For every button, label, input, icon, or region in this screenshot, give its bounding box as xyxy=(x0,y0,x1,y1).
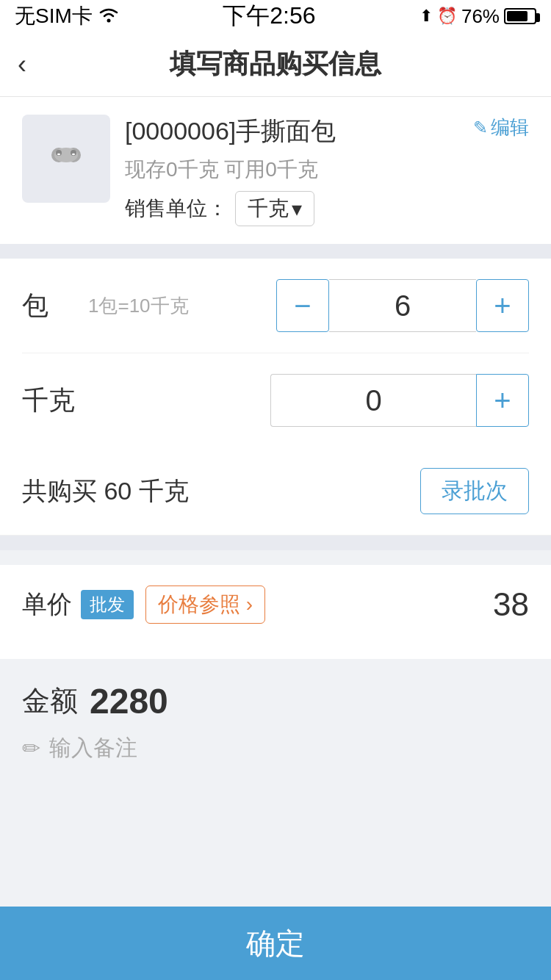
package-label: 包 xyxy=(22,288,81,324)
location-icon: ⬆ xyxy=(419,7,433,26)
product-name: [0000006]手撕面包 xyxy=(125,115,336,148)
unit-value: 千克 xyxy=(248,195,289,223)
status-carrier: 无SIM卡 xyxy=(15,2,119,30)
product-info: [0000006]手撕面包 ✎ 编辑 现存0千克 可用0千克 销售单位： 千克 … xyxy=(125,115,529,226)
remark-row[interactable]: ✏ 输入备注 xyxy=(22,733,529,763)
alarm-icon: ⏰ xyxy=(437,7,457,26)
carrier-text: 无SIM卡 xyxy=(15,2,93,30)
edit-icon: ✎ xyxy=(473,118,488,138)
price-row: 单价 批发 价格参照 › 38 xyxy=(22,586,529,624)
kilogram-row: 千克 + xyxy=(22,353,529,447)
kilogram-plus-button[interactable]: + xyxy=(476,374,529,427)
chevron-down-icon: ▾ xyxy=(292,197,302,221)
product-image xyxy=(22,115,110,203)
confirm-button[interactable]: 确定 xyxy=(0,907,551,980)
package-row: 包 1包=10千克 − + xyxy=(22,259,529,353)
package-quantity-input[interactable] xyxy=(329,279,476,332)
status-time: 下午2:56 xyxy=(223,0,315,32)
unit-label: 销售单位： xyxy=(125,195,228,223)
price-ref-button[interactable]: 价格参照 › xyxy=(145,586,265,624)
kilogram-controls: + xyxy=(270,374,529,427)
product-stock: 现存0千克 可用0千克 xyxy=(125,156,529,184)
amount-value: 2280 xyxy=(90,681,168,721)
product-unit-row: 销售单位： 千克 ▾ xyxy=(125,191,529,226)
unit-select[interactable]: 千克 ▾ xyxy=(235,191,314,226)
kilogram-quantity-input[interactable] xyxy=(270,374,476,427)
edit-label: 编辑 xyxy=(491,115,529,140)
pencil-icon: ✏ xyxy=(22,735,40,761)
product-card: [0000006]手撕面包 ✎ 编辑 现存0千克 可用0千克 销售单位： 千克 … xyxy=(0,97,551,244)
back-button[interactable]: ‹ xyxy=(18,49,26,80)
svg-point-6 xyxy=(57,154,60,155)
input-section: 包 1包=10千克 − + 千克 + xyxy=(0,259,551,447)
package-plus-button[interactable]: + xyxy=(476,279,529,332)
price-label: 单价 xyxy=(22,588,72,621)
price-value: 38 xyxy=(493,586,529,623)
battery-icon xyxy=(504,8,536,24)
price-type-tag: 批发 xyxy=(81,590,134,619)
remark-placeholder: 输入备注 xyxy=(49,733,137,763)
package-controls: − + xyxy=(276,279,529,332)
price-section: 单价 批发 价格参照 › 38 xyxy=(0,565,551,659)
section-divider-2 xyxy=(0,536,551,550)
nav-bar: ‹ 填写商品购买信息 xyxy=(0,32,551,97)
amount-row: 金额 2280 xyxy=(22,681,529,721)
edit-button[interactable]: ✎ 编辑 xyxy=(473,115,529,140)
battery-text: 76% xyxy=(461,5,500,28)
section-divider-1 xyxy=(0,244,551,259)
amount-section: 金额 2280 ✏ 输入备注 xyxy=(0,659,551,763)
page-title: 填写商品购买信息 xyxy=(170,46,381,82)
svg-point-7 xyxy=(72,154,75,155)
svg-point-0 xyxy=(107,19,110,23)
package-minus-button[interactable]: − xyxy=(276,279,329,332)
summary-section: 共购买 60 千克 录批次 xyxy=(0,447,551,536)
wifi-icon xyxy=(98,4,119,28)
package-sub-label: 1包=10千克 xyxy=(88,293,276,319)
status-indicators: ⬆ ⏰ 76% xyxy=(419,5,536,28)
batch-button[interactable]: 录批次 xyxy=(420,468,529,514)
kilogram-label: 千克 xyxy=(22,383,81,419)
amount-label: 金额 xyxy=(22,682,78,720)
summary-text: 共购买 60 千克 xyxy=(22,475,189,508)
status-bar: 无SIM卡 下午2:56 ⬆ ⏰ 76% xyxy=(0,0,551,32)
